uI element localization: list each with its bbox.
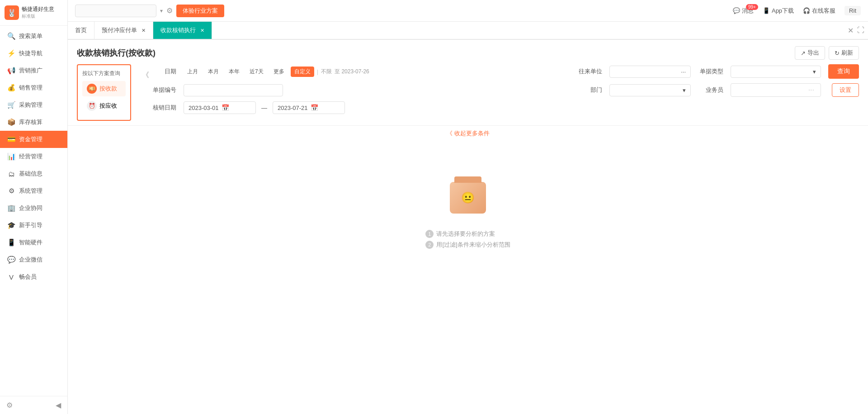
operations-icon: 📊: [7, 152, 15, 161]
writeoff-date-start[interactable]: 2023-03-01 📅: [184, 101, 256, 114]
receivable-icon: ⏰: [87, 101, 97, 111]
collapse-panel-icon[interactable]: 《: [140, 69, 151, 121]
dept-label: 部门: [577, 86, 602, 94]
refresh-button[interactable]: ↻ 刷新: [829, 46, 859, 60]
marketing-icon: 📢: [7, 67, 15, 75]
sidebar-label-purchase: 采购管理: [19, 101, 42, 109]
chevron-down-dept-icon: ▾: [683, 87, 686, 94]
sidebar-item-hardware[interactable]: 📱智能硬件: [0, 234, 67, 251]
sidebar-label-quick-nav: 快捷导航: [19, 49, 42, 57]
filter-panel: 按以下方案查询 💴 按收款 ⏰ 按应收: [77, 64, 131, 121]
chevron-down-icon[interactable]: ▾: [160, 8, 163, 14]
sidebar: 🐰 畅捷通好生意 标准版 🔍搜索菜单⚡快捷导航📢营销推广💰销售管理🛒采购管理📦库…: [0, 0, 68, 414]
sidebar-item-finance[interactable]: 💳资金管理: [0, 131, 67, 148]
tab-writeoff[interactable]: 收款核销执行 ✕: [153, 22, 212, 39]
collapse-icon[interactable]: ◀: [56, 401, 61, 409]
filter-row-1: 日期 上月 本月 本年 近7天 更多 自定义 | 不限 至 2023-07-26: [151, 64, 859, 79]
calendar-end-icon[interactable]: 📅: [311, 104, 318, 111]
tab-home[interactable]: 首页: [68, 22, 94, 39]
staff-dots: ···: [807, 86, 816, 94]
query-button[interactable]: 查询: [828, 64, 859, 79]
sidebar-item-enterprise[interactable]: 🏢企业协同: [0, 200, 67, 217]
bill-no-input[interactable]: [184, 84, 283, 96]
industry-button[interactable]: 体验行业方案: [176, 5, 224, 17]
export-button[interactable]: ↗ 导出: [795, 46, 825, 60]
wechat-icon: 💬: [7, 256, 15, 264]
settings-button[interactable]: 设置: [832, 83, 859, 97]
member-icon: V: [7, 273, 15, 281]
tab-writeoff-close[interactable]: ✕: [200, 28, 204, 33]
logo-badge: 标准版: [22, 13, 54, 19]
message-icon: 💬: [733, 7, 740, 14]
top-header: ▾ ⚙ 体验行业方案 💬 消息 99+ 📱 App下载 🎧 在线客服 Rit: [68, 0, 868, 22]
basic-icon: 🗂: [7, 170, 15, 178]
sales-icon: 💰: [7, 84, 15, 92]
sidebar-label-enterprise: 企业协同: [19, 204, 42, 212]
bill-type-select[interactable]: ▾: [731, 66, 821, 78]
date-btn-more[interactable]: 更多: [270, 67, 288, 77]
tab-prepay[interactable]: 预付冲应付单 ✕: [94, 22, 153, 39]
filter-row-2: 单据编号 部门 ▾ 业务员 ··· 设置: [151, 83, 859, 97]
sidebar-item-member[interactable]: V畅会员: [0, 268, 67, 286]
filter-by-receivable[interactable]: ⏰ 按应收: [82, 98, 126, 114]
sidebar-item-quick-nav[interactable]: ⚡快捷导航: [0, 45, 67, 62]
sidebar-item-system[interactable]: ⚙系统管理: [0, 182, 67, 200]
collapse-more-icon: 《: [447, 129, 453, 138]
main-area: ▾ ⚙ 体验行业方案 💬 消息 99+ 📱 App下载 🎧 在线客服 Rit 首…: [68, 0, 868, 414]
dept-select[interactable]: ▾: [609, 84, 691, 96]
tab-prepay-close[interactable]: ✕: [142, 28, 146, 33]
app-download-button[interactable]: 📱 App下载: [763, 7, 794, 15]
empty-illustration: 😐: [445, 177, 491, 223]
online-service-button[interactable]: 🎧 在线客服: [803, 7, 835, 15]
page-title: 收款核销执行(按收款): [77, 48, 156, 58]
sidebar-item-operations[interactable]: 📊经营管理: [0, 148, 67, 165]
sidebar-item-marketing[interactable]: 📢营销推广: [0, 62, 67, 79]
sidebar-label-member: 畅会员: [19, 273, 37, 281]
date-btn-7days[interactable]: 近7天: [246, 67, 267, 77]
partner-select[interactable]: ···: [609, 66, 691, 78]
sidebar-label-marketing: 营销推广: [19, 67, 42, 75]
staff-label: 业务员: [698, 86, 723, 94]
date-btn-custom[interactable]: 自定义: [291, 67, 314, 77]
writeoff-date-end[interactable]: 2023-07-21 📅: [273, 101, 345, 114]
sidebar-item-sales[interactable]: 💰销售管理: [0, 79, 67, 96]
partner-dots: ···: [681, 68, 686, 75]
finance-icon: 💳: [7, 135, 15, 143]
hardware-icon: 📱: [7, 238, 15, 247]
close-tab-icon[interactable]: ✕: [848, 26, 854, 35]
quick-nav-icon: ⚡: [7, 49, 15, 57]
staff-select[interactable]: ···: [731, 83, 821, 97]
date-btn-this-month[interactable]: 本月: [204, 67, 222, 77]
sidebar-label-search: 搜索菜单: [19, 32, 42, 40]
chevron-down-bill-icon: ▾: [813, 68, 816, 75]
collapse-more-button[interactable]: 《 收起更多条件: [68, 125, 868, 141]
date-btn-last-month[interactable]: 上月: [184, 67, 202, 77]
sidebar-label-guide: 新手引导: [19, 221, 42, 229]
sidebar-item-purchase[interactable]: 🛒采购管理: [0, 96, 67, 114]
message-button[interactable]: 💬 消息 99+: [733, 7, 754, 15]
settings-icon[interactable]: ⚙: [6, 401, 13, 409]
partner-label: 往来单位: [577, 67, 602, 76]
sidebar-item-inventory[interactable]: 📦库存核算: [0, 114, 67, 131]
sidebar-item-basic[interactable]: 🗂基础信息: [0, 165, 67, 182]
date-btn-this-year[interactable]: 本年: [225, 67, 243, 77]
expand-icon[interactable]: ⛶: [857, 26, 864, 34]
mobile-icon: 📱: [763, 7, 770, 14]
filter-by-receipt[interactable]: 💴 按收款: [82, 81, 126, 96]
sidebar-item-wechat[interactable]: 💬企业微信: [0, 251, 67, 268]
inventory-icon: 📦: [7, 118, 15, 126]
sidebar-item-guide[interactable]: 🎓新手引导: [0, 217, 67, 234]
user-display[interactable]: Rit: [844, 6, 861, 15]
sidebar-label-hardware: 智能硬件: [19, 238, 42, 247]
headset-icon: 🎧: [803, 7, 810, 14]
date-no-limit: 不限: [321, 68, 332, 76]
system-icon: ⚙: [7, 187, 15, 195]
calendar-start-icon[interactable]: 📅: [222, 104, 229, 111]
search-input[interactable]: [75, 5, 156, 17]
sidebar-label-operations: 经营管理: [19, 152, 42, 161]
gear-icon[interactable]: ⚙: [166, 6, 173, 15]
search-icon: 🔍: [7, 32, 15, 40]
sidebar-item-search[interactable]: 🔍搜索菜单: [0, 28, 67, 45]
empty-hint-1: 1 请先选择要分析的方案: [425, 230, 510, 238]
tabs-bar: 首页 预付冲应付单 ✕ 收款核销执行 ✕ ✕ ⛶: [68, 22, 868, 40]
